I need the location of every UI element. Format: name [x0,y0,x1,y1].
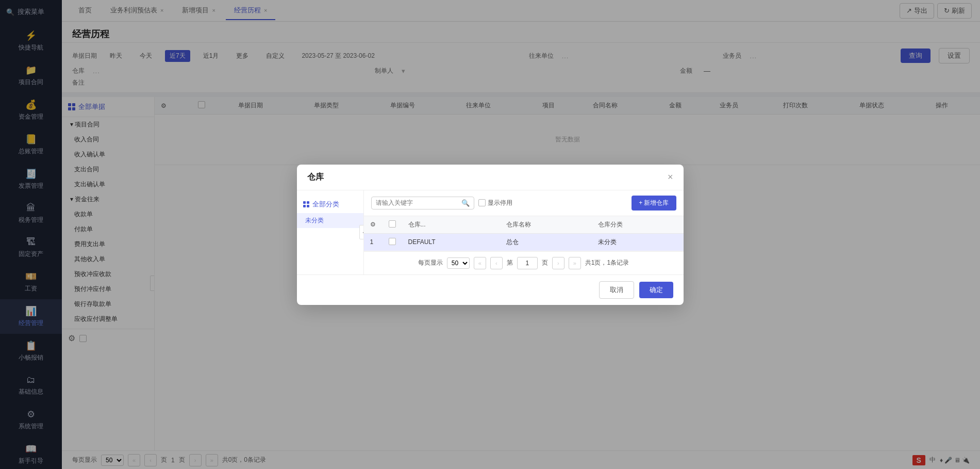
dialog-page-last[interactable]: » [569,257,581,269]
row-name: 总仓 [500,233,592,251]
dialog-content: 🔍 显示停用 + 新增仓库 ⚙ [364,190,684,274]
dialog-page-label: 第 [507,258,513,267]
row-checkbox[interactable] [383,233,402,251]
dialog-col-category: 仓库分类 [592,216,684,234]
search-icon-btn[interactable]: 🔍 [461,199,470,207]
dialog-overlay[interactable]: 仓库 × 全部分类 未分类 ‹ [0,0,980,469]
dialog-search-area: 🔍 显示停用 [371,197,512,209]
search-input[interactable] [376,199,458,206]
dialog-per-page-label: 每页显示 [418,258,443,267]
cancel-button[interactable]: 取消 [599,281,634,299]
dialog-sidebar-all[interactable]: 全部分类 [297,196,363,213]
dialog-col-checkbox[interactable] [383,216,402,234]
dialog-col-name: 仓库名称 [500,216,592,234]
dialog-table: ⚙ 仓库... 仓库名称 仓库分类 1 DEFAULT [364,216,684,251]
search-input-wrap: 🔍 [371,197,474,209]
dialog-body: 全部分类 未分类 ‹ 🔍 显示停用 [297,190,684,274]
grid-icon-small [303,201,309,207]
dialog-page-first[interactable]: « [474,257,486,269]
dialog-sidebar: 全部分类 未分类 ‹ [297,190,364,274]
dialog-pagination: 每页显示 50 « ‹ 第 页 › » 共1页，1条记录 [364,251,684,274]
row-code: DEFAULT [402,233,500,251]
dialog-table-wrap: ⚙ 仓库... 仓库名称 仓库分类 1 DEFAULT [364,216,684,251]
dialog-sidebar-collapse[interactable]: ‹ [359,225,364,239]
dialog-close-button[interactable]: × [668,172,673,183]
dialog-per-page-select[interactable]: 50 [447,257,470,269]
dialog-title: 仓库 [307,172,324,183]
show-disabled-checkbox[interactable] [478,199,486,206]
row-category: 未分类 [592,233,684,251]
dialog-page-suffix: 页 [542,258,548,267]
dialog-toolbar: 🔍 显示停用 + 新增仓库 [364,190,684,216]
dialog-page-input[interactable] [517,257,538,269]
dialog-header: 仓库 × [297,165,684,190]
dialog-sidebar-item-uncategorized[interactable]: 未分类 [297,213,363,228]
add-warehouse-button[interactable]: + 新增仓库 [632,196,676,211]
confirm-button[interactable]: 确定 [639,282,673,298]
row-index: 1 [364,233,383,251]
warehouse-dialog: 仓库 × 全部分类 未分类 ‹ [297,165,684,305]
dialog-page-prev[interactable]: ‹ [490,257,503,269]
dialog-page-next[interactable]: › [552,257,564,269]
dialog-all-label: 全部分类 [312,200,339,209]
show-disabled-label: 显示停用 [488,199,512,207]
show-disabled-area: 显示停用 [478,199,512,207]
dialog-total: 共1页，1条记录 [585,258,629,267]
dialog-footer: 取消 确定 [297,274,684,305]
table-row[interactable]: 1 DEFAULT 总仓 未分类 [364,233,684,251]
dialog-col-settings[interactable]: ⚙ [364,216,383,234]
dialog-col-code: 仓库... [402,216,500,234]
